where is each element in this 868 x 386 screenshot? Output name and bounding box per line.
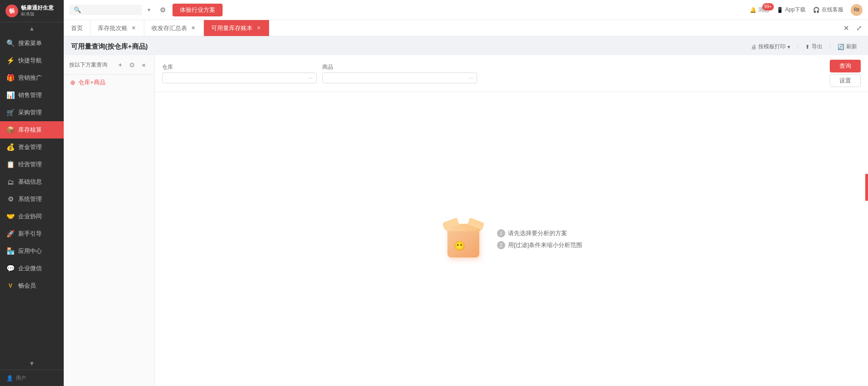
filter-collapse-button[interactable]: «: [139, 60, 149, 70]
gift-icon: 🎁: [6, 74, 15, 82]
warehouse-field: 仓库 ···: [162, 63, 317, 83]
topbar-right-actions: 🔔 消息 99+ 📱 App下载 🎧 在线客服 Rit: [750, 4, 863, 16]
query-buttons: 查询 设置: [830, 60, 861, 87]
tab-batch-close[interactable]: ✕: [130, 25, 137, 31]
sidebar-scroll-down[interactable]: ▼: [0, 357, 64, 370]
goods-label: 商品: [322, 63, 477, 71]
tab-available[interactable]: 可用量库存账本 ✕: [204, 20, 269, 36]
tab-summary-close[interactable]: ✕: [190, 25, 196, 31]
sidebar-item-finance[interactable]: 💰 资金管理: [0, 139, 64, 156]
topbar-settings-button[interactable]: ⚙: [156, 4, 169, 16]
handshake-icon: 🤝: [6, 212, 15, 221]
print-button[interactable]: 🖨 按模板打印 ▾: [747, 41, 794, 52]
sidebar-item-label: 系统管理: [18, 195, 42, 203]
message-button[interactable]: 🔔 消息 99+: [750, 6, 769, 14]
box-icon: 📦: [6, 126, 15, 134]
sidebar-item-enterprise[interactable]: 🤝 企业协同: [0, 208, 64, 225]
folder-icon: 🗂: [6, 178, 15, 186]
sidebar-item-apps[interactable]: 🏪 应用中心: [0, 242, 64, 260]
settings-button[interactable]: 设置: [830, 74, 861, 87]
online-service-button[interactable]: 🎧 在线客服: [813, 6, 843, 14]
search-dropdown-icon[interactable]: ▾: [146, 6, 152, 13]
sidebar-item-label: 新手引导: [18, 230, 42, 238]
user-icon: 👤: [6, 375, 13, 381]
empty-hint-1: 1 请先选择要分析的方案: [497, 229, 582, 237]
sidebar-item-basic[interactable]: 🗂 基础信息: [0, 173, 64, 190]
refresh-button[interactable]: 🔄 刷新: [834, 41, 861, 52]
chat-icon: 💬: [6, 264, 15, 273]
filter-panel-actions: + ⊙ «: [115, 60, 149, 70]
empty-illustration: 😶: [441, 216, 486, 262]
goods-input[interactable]: [326, 75, 466, 81]
warehouse-icon: ⊕: [70, 79, 76, 86]
sidebar-item-label: 快捷导航: [18, 57, 42, 65]
sidebar-item-system[interactable]: ⚙ 系统管理: [0, 190, 64, 208]
sidebar-brand: 畅康通好生意 标准版: [21, 5, 54, 17]
sidebar-item-operations[interactable]: 📋 经营管理: [0, 156, 64, 173]
tab-expand-button[interactable]: ⤢: [853, 23, 864, 34]
sidebar-item-label: 基础信息: [18, 178, 42, 186]
tabbar: 首页 库存批次账 ✕ 收发存汇总表 ✕ 可用量库存账本 ✕ ✕ ⤢: [64, 20, 868, 36]
filter-settings-button[interactable]: ⊙: [127, 60, 137, 70]
empty-hint-text: 1 请先选择要分析的方案 2 用[过滤]条件来缩小分析范围: [497, 229, 582, 249]
sidebar-item-marketing[interactable]: 🎁 营销推广: [0, 69, 64, 87]
warehouse-more-button[interactable]: ···: [309, 75, 313, 81]
goods-more-button[interactable]: ···: [469, 75, 473, 81]
right-scrollbar[interactable]: [865, 174, 868, 201]
search-icon: 🔍: [74, 6, 81, 13]
page-header: 可用量查询(按仓库+商品) 🖨 按模板打印 ▾ ⬆ 导出 🔄 刷新: [64, 36, 868, 55]
money-icon: 💰: [6, 143, 15, 151]
content-area: 按以下方案查询 + ⊙ « ⊕ 仓库+商品 仓库 ···: [64, 55, 868, 386]
sidebar-item-label: 库存核算: [18, 126, 42, 134]
sidebar-item-newbie[interactable]: 🚀 新手引导: [0, 225, 64, 242]
sidebar-item-wechat[interactable]: 💬 企业微信: [0, 260, 64, 277]
avatar: Rit: [851, 4, 863, 16]
sidebar-item-label: 搜索菜单: [18, 39, 42, 47]
sidebar-item-label: 经营管理: [18, 160, 42, 169]
search-input[interactable]: [84, 7, 137, 13]
tab-summary[interactable]: 收发存汇总表 ✕: [144, 20, 204, 36]
warehouse-input-wrapper[interactable]: ···: [162, 72, 317, 83]
tab-available-close[interactable]: ✕: [255, 25, 262, 31]
tab-close-all-button[interactable]: ✕: [841, 23, 852, 34]
headset-icon: 🎧: [813, 7, 820, 13]
experience-industry-button[interactable]: 体验行业方案: [173, 4, 223, 16]
hint-number-1: 1: [497, 229, 505, 237]
user-info-button[interactable]: Rit: [851, 4, 863, 16]
print-icon: 🖨: [751, 44, 756, 50]
page-title: 可用量查询(按仓库+商品): [71, 42, 148, 51]
query-button[interactable]: 查询: [830, 60, 861, 72]
tab-batch[interactable]: 库存批次账 ✕: [91, 20, 144, 36]
sidebar-item-label: 采购管理: [18, 108, 42, 117]
export-button[interactable]: ⬆ 导出: [802, 41, 826, 52]
sidebar-item-search[interactable]: 🔍 搜索菜单: [0, 35, 64, 52]
goods-input-wrapper[interactable]: ···: [322, 72, 477, 83]
filter-add-button[interactable]: +: [115, 60, 125, 70]
brand-tag: 标准版: [21, 11, 54, 17]
main-content: 🔍 ▾ ⚙ 体验行业方案 🔔 消息 99+ 📱 App下载 🎧 在线客服 R: [64, 0, 868, 386]
clipboard-icon: 📋: [6, 160, 15, 169]
search-icon: 🔍: [6, 39, 15, 47]
goods-field: 商品 ···: [322, 63, 477, 83]
filter-item-warehouse-goods[interactable]: ⊕ 仓库+商品: [64, 75, 154, 90]
message-badge: 99+: [762, 3, 774, 10]
sidebar-scroll-up[interactable]: ▲: [0, 22, 64, 35]
topbar-search-box[interactable]: 🔍: [69, 5, 142, 15]
sidebar-footer[interactable]: 👤 用户: [0, 370, 64, 386]
sidebar-item-shortcut[interactable]: ⚡ 快捷导航: [0, 52, 64, 69]
hint-text-2: 用[过滤]条件来缩小分析范围: [508, 241, 582, 249]
tab-home[interactable]: 首页: [64, 20, 91, 36]
store-icon: 🏪: [6, 247, 15, 255]
app-download-button[interactable]: 📱 App下载: [777, 6, 806, 14]
sidebar-item-purchase[interactable]: 🛒 采购管理: [0, 104, 64, 121]
sidebar-item-member[interactable]: V 畅会员: [0, 277, 64, 294]
filter-panel-title: 按以下方案查询: [69, 61, 107, 69]
sidebar-item-label: 营销推广: [18, 74, 42, 82]
warehouse-input[interactable]: [166, 75, 306, 81]
sidebar-logo: 畅: [5, 5, 18, 17]
sidebar-item-inventory[interactable]: 📦 库存核算: [0, 121, 64, 139]
print-dropdown-icon: ▾: [787, 44, 790, 50]
rocket-icon: 🚀: [6, 230, 15, 238]
sidebar-item-sales[interactable]: 📊 销售管理: [0, 87, 64, 104]
query-area: 仓库 ··· 商品 ··· 查询 设置: [155, 55, 868, 386]
